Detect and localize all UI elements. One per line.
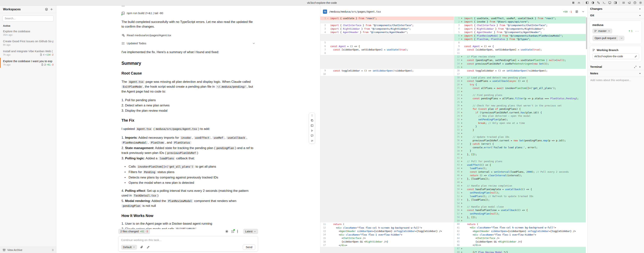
text: Calls	[128, 165, 137, 168]
todos-dot-button[interactable]	[231, 230, 234, 233]
theme-button[interactable]	[591, 1, 594, 4]
plus-icon[interactable]	[50, 8, 53, 11]
message-input-box[interactable]: Default Send	[118, 236, 258, 252]
workspace-item[interactable]: Create Good First Issues on Github So p6…	[0, 38, 56, 48]
diff-row: 2+import { invoke } from "@tauri-apps/ap…	[454, 20, 586, 24]
diff-row: 8	[454, 41, 586, 44]
diff-badge: 2+61-3	[41, 63, 54, 66]
tri-down-icon[interactable]	[638, 72, 641, 75]
list-item: Detects new plans by comparing against p…	[122, 175, 255, 180]
message-button[interactable]	[310, 134, 314, 137]
collapse-up-button[interactable]	[577, 1, 580, 4]
chevron-down-icon	[133, 246, 135, 248]
chat-messages: npm run build 2>&1 | tail -80The build c…	[122, 6, 255, 229]
text: I updated	[122, 127, 136, 131]
workspace-item[interactable]: Install and integrate Vibe Kanban Web (7…	[0, 48, 56, 58]
tri-right-icon[interactable]	[638, 8, 641, 10]
section-header-notes[interactable]: Notes	[588, 70, 644, 77]
chevron-down-icon	[254, 230, 256, 233]
panel-left-button[interactable]	[586, 1, 589, 4]
panel-button[interactable]	[310, 124, 314, 127]
settings-button[interactable]	[639, 1, 642, 4]
tool-call-row[interactable]: Read medusa/src/pages/Agent.tsx	[122, 34, 255, 37]
layers-icon[interactable]	[45, 8, 48, 11]
todos-icon	[122, 42, 125, 45]
megaphone-button[interactable]	[628, 1, 631, 4]
collapse-file-icon[interactable]	[582, 10, 585, 13]
pull-request-dropdown[interactable]	[619, 36, 624, 41]
tool-call-row[interactable]: npm run build 2>&1 | tail -80	[122, 12, 255, 15]
menu-button[interactable]	[622, 1, 625, 4]
diff-row: 10 const [sidebarOpen, setSidebarOpen] =…	[454, 48, 586, 52]
git-compare-button[interactable]	[597, 1, 600, 4]
send-button[interactable]: Send	[243, 244, 255, 250]
megaphone-icon	[628, 1, 631, 4]
tool-call-row[interactable]: Updated Todos	[122, 42, 255, 45]
inline-code: PlanStatus	[173, 141, 191, 144]
terminal-button[interactable]	[602, 1, 606, 4]
expand-icon[interactable]	[634, 66, 637, 68]
spinner-button[interactable]	[237, 230, 240, 233]
diff-row: 7 const [sidebarOpen, setSidebarOpen] = …	[320, 48, 454, 52]
view-archive-button[interactable]: View Archive 0	[0, 246, 56, 253]
text: The build completed successfully with no…	[122, 20, 253, 28]
monitor-button[interactable]	[608, 1, 611, 4]
latest-dropdown[interactable]: Latest	[243, 229, 258, 234]
mode-label: Default	[123, 246, 132, 249]
mode-dropdown[interactable]: Default	[121, 245, 137, 250]
diff-row: 53+ }, [loadPlans]);	[454, 198, 586, 202]
repo-name: medusa	[592, 23, 639, 27]
message-input[interactable]	[121, 238, 255, 242]
workspace-item[interactable]: Explore the codebase I want you to exp7h…	[0, 58, 56, 68]
copy-button[interactable]	[310, 119, 314, 122]
diff-row: 36+ previousPlanIdsRef.current = new Set…	[454, 139, 586, 142]
annotate-button[interactable]	[146, 246, 150, 249]
text: ,	[192, 136, 194, 140]
diff-row: 9const Agent = () => {	[454, 44, 586, 48]
inline-code: pendingPlan	[215, 146, 235, 150]
text: )	[197, 151, 198, 155]
branch-selector[interactable]: master	[592, 28, 612, 34]
working-branch-input[interactable]	[594, 55, 634, 58]
spark-button[interactable]	[225, 230, 228, 233]
branch-icon	[592, 48, 595, 52]
panel-right-button[interactable]	[614, 1, 617, 4]
compare-button[interactable]	[310, 139, 314, 142]
inline-code: useEffect	[194, 136, 211, 140]
diff-row: 17 </div>	[320, 244, 454, 247]
tri-right-icon[interactable]	[638, 66, 641, 68]
diff-row: 25+	[454, 100, 586, 104]
inline-code: PlanReviewModal	[122, 141, 148, 144]
grip-button[interactable]	[310, 114, 314, 117]
files-changed-chip[interactable]: 2 files changed +61 -3	[118, 229, 150, 234]
section-header-terminal[interactable]: Terminal	[588, 64, 644, 70]
paperclip-icon	[140, 246, 144, 249]
chev-down-icon[interactable]	[252, 42, 255, 45]
text: 2. Detect when a new plan arrives	[122, 104, 170, 107]
diff-row: 16 const toggleSidebar = () => setSideba…	[454, 69, 586, 72]
more-options-button[interactable]: ···	[635, 30, 639, 33]
diff-row: 1-import { useState } from "react";	[320, 16, 454, 20]
spinner-icon	[237, 229, 238, 233]
section-header-changes[interactable]: Changes	[588, 6, 644, 12]
search-input[interactable]	[3, 16, 54, 22]
section-header-git[interactable]: Git	[588, 12, 644, 19]
text: to get all plans	[195, 165, 216, 168]
open-pull-request-button[interactable]: Open pull request	[592, 35, 618, 41]
attach-file-button[interactable]	[140, 246, 144, 249]
notes-placeholder[interactable]: Add notes about this workspace...	[588, 77, 644, 84]
tri-down-icon[interactable]	[638, 14, 641, 17]
diff-old-column: 1-import { useState } from "react";2impo…	[320, 16, 454, 253]
play-button[interactable]	[310, 129, 314, 132]
diff-row: 26+ // Check for new pending plans that …	[454, 104, 586, 107]
help-button[interactable]	[633, 1, 636, 4]
inline-code: previousPlanIdsRef	[166, 151, 197, 155]
workspace-item[interactable]: Explore the codebase35m ago	[0, 28, 56, 38]
diff-view-toggle-icon[interactable]	[575, 10, 578, 13]
pencil-icon[interactable]	[634, 55, 637, 58]
working-branch-field[interactable]	[592, 54, 639, 59]
diff-row: 50+ const handlePlanComplete = useCallba…	[454, 188, 586, 191]
pause-button[interactable]	[572, 1, 575, 4]
diff-row: 16 {sidebarOpen && <RightSidebar />}	[320, 240, 454, 244]
diff-scrollbar[interactable]	[586, 17, 587, 49]
